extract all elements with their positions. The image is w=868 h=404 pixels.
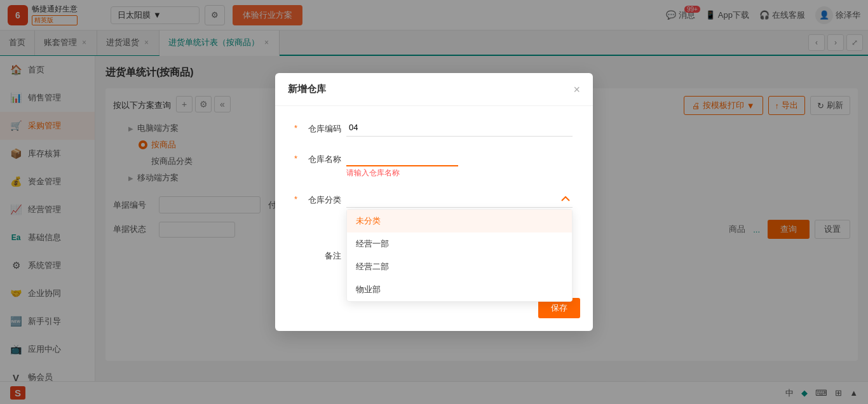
chevron-up-icon [560, 193, 571, 205]
category-label: * 仓库分类 [295, 190, 346, 206]
modal-title: 新增仓库 [288, 83, 326, 95]
modal-overlay: 新增仓库 × * 仓库编码 * 仓库名称 [0, 0, 868, 404]
modal-close-button[interactable]: × [573, 84, 580, 95]
code-field-row: * 仓库编码 [295, 119, 573, 137]
name-input[interactable] [346, 148, 458, 166]
name-field-row: * 仓库名称 请输入仓库名称 [295, 148, 573, 178]
dropdown-option-dept1[interactable]: 经营一部 [347, 232, 572, 255]
category-input[interactable] [346, 190, 573, 208]
modal-header: 新增仓库 × [275, 73, 593, 106]
code-input[interactable] [346, 119, 573, 137]
dropdown-option-uncategorized[interactable]: 未分类 [347, 210, 572, 232]
remark-label: 备注 [295, 246, 346, 262]
modal-body: * 仓库编码 * 仓库名称 请输入仓库名称 [275, 106, 593, 290]
new-warehouse-modal: 新增仓库 × * 仓库编码 * 仓库名称 [275, 73, 593, 331]
dropdown-option-dept2[interactable]: 经营二部 [347, 255, 572, 278]
category-dropdown: 未分类 经营一部 经营二部 物业部 [346, 209, 573, 302]
name-error-message: 请输入仓库名称 [346, 168, 400, 177]
name-label: * 仓库名称 [295, 149, 346, 165]
cat-required-mark: * [294, 194, 297, 204]
category-input-wrap: 未分类 经营一部 经营二部 物业部 [346, 190, 573, 208]
code-label: * 仓库编码 [295, 119, 346, 135]
dropdown-option-dept3[interactable]: 物业部 [347, 278, 572, 301]
category-dropdown-arrow[interactable] [560, 193, 571, 205]
name-required-mark: * [294, 154, 297, 163]
code-required-mark: * [294, 123, 297, 133]
category-field-row: * 仓库分类 未分类 经营一部 经营二部 物业部 [295, 190, 573, 208]
